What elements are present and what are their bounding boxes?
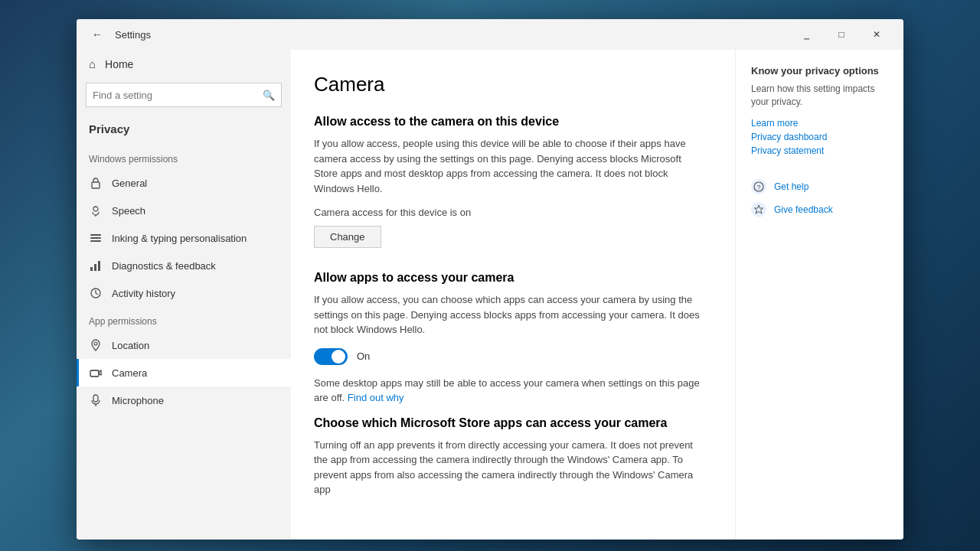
know-desc: Learn how this setting impacts your priv… xyxy=(751,83,888,109)
search-box: 🔍 xyxy=(86,83,282,107)
give-feedback-label: Give feedback xyxy=(774,204,833,215)
privacy-dashboard-link[interactable]: Privacy dashboard xyxy=(751,132,888,142)
search-icon: 🔍 xyxy=(263,90,275,101)
svg-text:?: ? xyxy=(757,184,761,191)
camera-active-icon xyxy=(89,366,103,380)
diagnostics-label: Diagnostics & feedback xyxy=(112,260,216,272)
sidebar-item-inking[interactable]: Inking & typing personalisation xyxy=(77,224,291,252)
microphone-icon xyxy=(89,393,103,407)
svg-rect-4 xyxy=(90,237,101,239)
svg-rect-8 xyxy=(98,261,100,271)
speech-label: Speech xyxy=(112,205,145,217)
give-feedback-item[interactable]: Give feedback xyxy=(751,202,888,217)
svg-rect-11 xyxy=(90,370,99,377)
svg-point-1 xyxy=(93,207,98,211)
minimize-button[interactable]: ⎯ xyxy=(789,19,824,50)
page-title: Camera xyxy=(314,73,704,96)
inking-icon xyxy=(89,231,103,245)
sidebar-item-activity[interactable]: Activity history xyxy=(77,279,291,307)
sidebar-item-diagnostics[interactable]: Diagnostics & feedback xyxy=(77,252,291,279)
window-controls: ⎯ □ ✕ xyxy=(789,19,894,50)
camera-status: Camera access for this device is on xyxy=(314,207,704,218)
svg-rect-6 xyxy=(90,267,93,271)
svg-rect-5 xyxy=(90,234,101,236)
back-button[interactable]: ← xyxy=(86,23,109,46)
section2-title: Allow apps to access your camera xyxy=(314,271,704,285)
camera-label: Camera xyxy=(112,367,147,379)
desktop-note: Some desktop apps may still be able to a… xyxy=(314,376,704,406)
sidebar-home[interactable]: ⌂ Home xyxy=(77,50,291,78)
location-icon xyxy=(89,338,103,352)
inking-label: Inking & typing personalisation xyxy=(112,233,247,244)
get-help-item[interactable]: ? Get help xyxy=(751,179,888,194)
settings-window: ← Settings ⎯ □ ✕ ⌂ Home 🔍 Privacy Window… xyxy=(77,19,903,540)
lock-icon xyxy=(89,176,103,190)
titlebar: ← Settings ⎯ □ ✕ xyxy=(77,19,903,50)
section2-desc: If you allow access, you can choose whic… xyxy=(314,292,704,337)
sidebar-item-general[interactable]: General xyxy=(77,169,291,197)
app-permissions-label: App permissions xyxy=(77,307,291,331)
right-panel: Know your privacy options Learn how this… xyxy=(735,50,903,540)
toggle-label: On xyxy=(357,350,370,362)
general-label: General xyxy=(112,178,147,189)
toggle-row: On xyxy=(314,348,704,365)
content-area: ⌂ Home 🔍 Privacy Windows permissions Gen… xyxy=(77,50,903,540)
get-help-label: Get help xyxy=(774,181,808,192)
svg-rect-3 xyxy=(90,240,101,242)
know-title: Know your privacy options xyxy=(751,65,888,77)
toggle-knob xyxy=(332,350,345,364)
location-label: Location xyxy=(112,340,149,351)
window-title: Settings xyxy=(115,29,151,41)
help-section: ? Get help Give feedback xyxy=(751,179,888,217)
svg-rect-7 xyxy=(94,264,96,271)
section3-title: Choose which Microsoft Store apps can ac… xyxy=(314,416,704,430)
sidebar-item-camera[interactable]: Camera xyxy=(77,359,291,386)
change-button[interactable]: Change xyxy=(314,226,381,248)
svg-rect-0 xyxy=(92,182,100,188)
get-help-icon: ? xyxy=(751,179,766,194)
home-icon: ⌂ xyxy=(89,57,96,70)
find-out-link[interactable]: Find out why xyxy=(348,392,404,403)
give-feedback-icon xyxy=(751,202,766,217)
sidebar-item-speech[interactable]: Speech xyxy=(77,197,291,224)
svg-rect-13 xyxy=(93,395,98,402)
windows-permissions-label: Windows permissions xyxy=(77,145,291,169)
sidebar: ⌂ Home 🔍 Privacy Windows permissions Gen… xyxy=(77,50,291,540)
sidebar-item-microphone[interactable]: Microphone xyxy=(77,386,291,414)
section1-title: Allow access to the camera on this devic… xyxy=(314,115,704,129)
privacy-label: Privacy xyxy=(77,116,291,145)
search-input[interactable] xyxy=(93,90,263,101)
speech-icon xyxy=(89,204,103,217)
activity-icon xyxy=(89,286,103,300)
activity-label: Activity history xyxy=(112,288,175,299)
maximize-button[interactable]: □ xyxy=(824,19,859,50)
camera-toggle[interactable] xyxy=(314,348,348,365)
learn-more-link[interactable]: Learn more xyxy=(751,118,888,129)
sidebar-item-location[interactable]: Location xyxy=(77,331,291,359)
diagnostics-icon xyxy=(89,259,103,272)
svg-point-10 xyxy=(94,342,97,345)
microphone-label: Microphone xyxy=(112,395,164,406)
privacy-statement-link[interactable]: Privacy statement xyxy=(751,145,888,156)
section3-desc: Turning off an app prevents it from dire… xyxy=(314,438,704,497)
close-button[interactable]: ✕ xyxy=(859,19,894,50)
home-label: Home xyxy=(105,58,133,70)
main-content: Camera Allow access to the camera on thi… xyxy=(291,50,735,540)
section1-desc: If you allow access, people using this d… xyxy=(314,136,704,196)
